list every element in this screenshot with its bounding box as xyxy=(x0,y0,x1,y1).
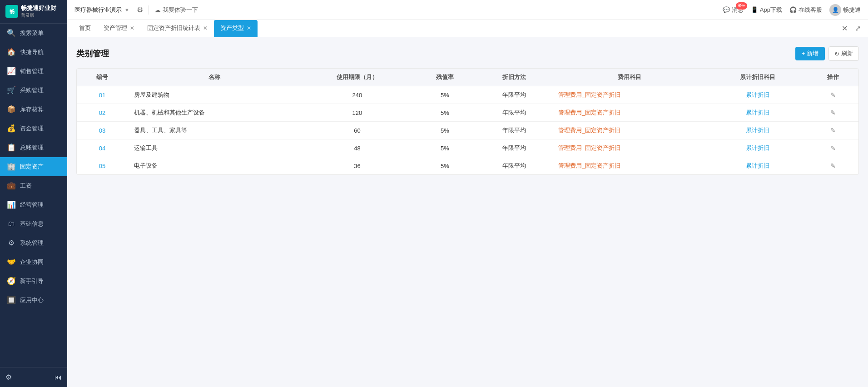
cell-expense-1: 管理费用_固定资产折旧 xyxy=(552,104,708,122)
tab-label-2: 固定资产折旧统计表 xyxy=(147,24,200,32)
tab-close-3[interactable]: ✕ xyxy=(247,25,251,31)
avatar-icon: 👤 xyxy=(832,7,839,13)
cell-action-0: ✎ xyxy=(808,86,858,104)
cell-expense-0: 管理费用_固定资产折旧 xyxy=(552,86,708,104)
sidebar-item-固定资产[interactable]: 🏢固定资产 xyxy=(0,157,67,176)
sidebar-item-应用中心[interactable]: 🔲应用中心 xyxy=(0,291,67,310)
sidebar-item-新手引导[interactable]: 🧭新手引导 xyxy=(0,272,67,291)
tab-close-2[interactable]: ✕ xyxy=(203,25,208,31)
tab-3[interactable]: 资产类型✕ xyxy=(214,20,258,37)
cell-code-3: 04 xyxy=(77,139,128,157)
category-table: 编号名称使用期限（月）残值率折旧方法费用科目累计折旧科目操作 01 房屋及建筑物… xyxy=(76,68,859,175)
page-content: 类别管理 + 新增 ↻ 刷新 编号名称使用期限（月）残值率折旧方法费用科目累计折… xyxy=(67,37,868,387)
user-profile[interactable]: 👤 畅捷通 xyxy=(829,4,861,16)
topbar-settings-icon[interactable]: ⚙ xyxy=(137,5,143,14)
table-row: 03 器具、工具、家具等 60 5% 年限平均 管理费用_固定资产折旧 累计折旧… xyxy=(77,122,858,139)
customer-service-button[interactable]: 🎧 在线客服 xyxy=(789,6,822,14)
app-download-label: App下载 xyxy=(760,6,782,14)
close-tab-icon[interactable]: ✕ xyxy=(840,22,849,35)
tab-2[interactable]: 固定资产折旧统计表✕ xyxy=(141,20,214,37)
cell-expense-4: 管理费用_固定资产折旧 xyxy=(552,157,708,175)
edit-icon-0[interactable]: ✎ xyxy=(830,91,836,99)
page-header: 类别管理 + 新增 ↻ 刷新 xyxy=(76,46,859,61)
cell-action-4: ✎ xyxy=(808,157,858,175)
refresh-button[interactable]: ↻ 刷新 xyxy=(828,46,859,61)
cell-code-4: 05 xyxy=(77,157,128,175)
cell-action-2: ✎ xyxy=(808,122,858,139)
topbar-right: 💬 消息 99+ 📱 App下载 🎧 在线客服 👤 畅捷通 xyxy=(723,4,861,16)
edit-icon-3[interactable]: ✎ xyxy=(830,144,836,152)
col-header-1: 名称 xyxy=(128,69,301,86)
tab-label-0: 首页 xyxy=(79,24,91,32)
sidebar-item-总账管理[interactable]: 📋总账管理 xyxy=(0,138,67,157)
cell-accu-0: 累计折旧 xyxy=(708,86,808,104)
sidebar-nav: 🔍搜索菜单🏠快捷导航📈销售管理🛒采购管理📦库存核算💰资金管理📋总账管理🏢固定资产… xyxy=(0,24,67,367)
topbar: 医疗器械行业演示 ▼ ⚙ ☁ 我要体验一下 💬 消息 99+ 📱 App下载 🎧… xyxy=(67,0,868,20)
customer-service-label: 在线客服 xyxy=(799,6,822,14)
sidebar-item-工资[interactable]: 💼工资 xyxy=(0,176,67,195)
edit-icon-4[interactable]: ✎ xyxy=(830,162,836,169)
sidebar-icon-3: 🛒 xyxy=(7,86,15,94)
cell-expense-2: 管理费用_固定资产折旧 xyxy=(552,122,708,139)
cell-residual-4: 5% xyxy=(413,157,476,175)
sidebar-item-库存核算[interactable]: 📦库存核算 xyxy=(0,100,67,119)
cell-name-0: 房屋及建筑物 xyxy=(128,86,301,104)
maximize-icon[interactable]: ⤢ xyxy=(853,22,863,35)
sidebar-item-搜索菜单[interactable]: 🔍搜索菜单 xyxy=(0,24,67,43)
col-header-7: 操作 xyxy=(808,69,858,86)
experience-button[interactable]: ☁ 我要体验一下 xyxy=(154,6,198,14)
sidebar-item-系统管理[interactable]: ⚙系统管理 xyxy=(0,233,67,253)
app-download-button[interactable]: 📱 App下载 xyxy=(751,6,782,14)
sidebar-item-基础信息[interactable]: 🗂基础信息 xyxy=(0,214,67,233)
page-actions: + 新增 ↻ 刷新 xyxy=(795,46,859,61)
col-header-2: 使用期限（月） xyxy=(301,69,413,86)
col-header-0: 编号 xyxy=(77,69,128,86)
edit-icon-1[interactable]: ✎ xyxy=(830,109,836,116)
cell-action-1: ✎ xyxy=(808,104,858,122)
sidebar-icon-4: 📦 xyxy=(7,105,15,114)
sidebar-item-企业协同[interactable]: 🤝企业协同 xyxy=(0,253,67,272)
new-button[interactable]: + 新增 xyxy=(795,47,825,60)
sidebar: 畅 畅捷通好业财 普及版 🔍搜索菜单🏠快捷导航📈销售管理🛒采购管理📦库存核算💰资… xyxy=(0,0,67,387)
sidebar-icon-2: 📈 xyxy=(7,67,15,75)
cell-residual-2: 5% xyxy=(413,122,476,139)
message-button[interactable]: 💬 消息 99+ xyxy=(723,6,744,14)
sidebar-item-资金管理[interactable]: 💰资金管理 xyxy=(0,119,67,138)
col-header-3: 残值率 xyxy=(413,69,476,86)
cell-method-1: 年限平均 xyxy=(476,104,552,122)
tab-0[interactable]: 首页 xyxy=(73,20,97,37)
settings-icon[interactable]: ⚙ xyxy=(4,371,14,383)
table-row: 04 运输工具 48 5% 年限平均 管理费用_固定资产折旧 累计折旧 ✎ xyxy=(77,139,858,157)
sidebar-icon-12: 🤝 xyxy=(7,258,15,266)
cell-code-2: 03 xyxy=(77,122,128,139)
module-arrow-icon: ▼ xyxy=(124,7,129,13)
sidebar-item-采购管理[interactable]: 🛒采购管理 xyxy=(0,81,67,100)
cell-name-2: 器具、工具、家具等 xyxy=(128,122,301,139)
table-header-row: 编号名称使用期限（月）残值率折旧方法费用科目累计折旧科目操作 xyxy=(77,69,858,86)
sidebar-item-销售管理[interactable]: 📈销售管理 xyxy=(0,62,67,81)
sidebar-item-快捷导航[interactable]: 🏠快捷导航 xyxy=(0,43,67,62)
tabsbar: 首页资产管理✕固定资产折旧统计表✕资产类型✕ ✕ ⤢ xyxy=(67,20,868,37)
module-selector[interactable]: 医疗器械行业演示 ▼ xyxy=(74,6,129,14)
edit-icon-2[interactable]: ✎ xyxy=(830,127,836,134)
tab-label-1: 资产管理 xyxy=(104,24,127,32)
cell-accu-3: 累计折旧 xyxy=(708,139,808,157)
app-logo-icon: 畅 xyxy=(5,5,18,18)
cell-residual-3: 5% xyxy=(413,139,476,157)
cell-name-3: 运输工具 xyxy=(128,139,301,157)
sidebar-icon-5: 💰 xyxy=(7,124,15,133)
sidebar-icon-1: 🏠 xyxy=(7,48,15,56)
cell-name-1: 机器、机械和其他生产设备 xyxy=(128,104,301,122)
sidebar-icon-8: 💼 xyxy=(7,182,15,190)
cell-period-4: 36 xyxy=(301,157,413,175)
cell-code-0: 01 xyxy=(77,86,128,104)
collapse-icon[interactable]: ⏮ xyxy=(53,372,64,383)
main-area: 医疗器械行业演示 ▼ ⚙ ☁ 我要体验一下 💬 消息 99+ 📱 App下载 🎧… xyxy=(67,0,868,387)
sidebar-icon-10: 🗂 xyxy=(7,220,15,228)
tab-1[interactable]: 资产管理✕ xyxy=(97,20,141,37)
tab-close-1[interactable]: ✕ xyxy=(130,25,134,31)
sidebar-item-经营管理[interactable]: 📊经营管理 xyxy=(0,195,67,214)
cell-accu-2: 累计折旧 xyxy=(708,122,808,139)
cell-method-2: 年限平均 xyxy=(476,122,552,139)
username: 畅捷通 xyxy=(843,6,861,14)
